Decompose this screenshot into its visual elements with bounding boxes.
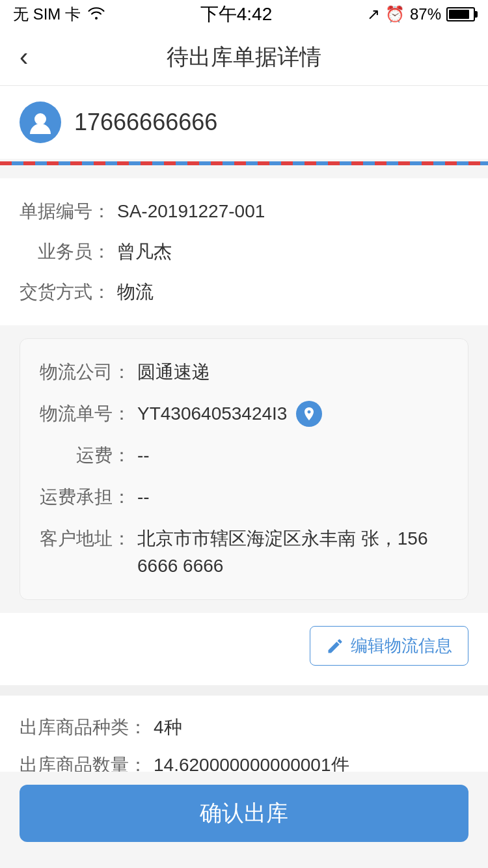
- tracking-row: 物流单号： YT43064053424I3: [40, 400, 448, 427]
- page-title: 待出库单据详情: [59, 42, 429, 72]
- salesperson-label: 业务员：: [20, 238, 111, 265]
- location-status-icon: ↗: [367, 5, 380, 23]
- order-no-label: 单据编号：: [20, 198, 111, 225]
- delivery-label: 交货方式：: [20, 278, 111, 306]
- logistics-company-row: 物流公司： 圆通速递: [40, 359, 448, 386]
- delivery-row: 交货方式： 物流: [20, 278, 468, 306]
- status-right: ↗ ⏰ 87%: [367, 5, 475, 23]
- edit-logistics-button[interactable]: 编辑物流信息: [310, 626, 468, 666]
- goods-types-value: 4种: [154, 715, 182, 740]
- status-left: 无 SIM 卡: [13, 4, 105, 25]
- tracking-label: 物流单号：: [40, 400, 131, 427]
- back-button[interactable]: ‹: [20, 42, 59, 72]
- salesperson-value: 曾凡杰: [117, 238, 468, 265]
- freight-label: 运费：: [40, 442, 131, 469]
- edit-icon: [326, 637, 344, 655]
- freight-value: --: [137, 442, 448, 469]
- edit-logistics-row: 编辑物流信息: [0, 613, 488, 685]
- freight-bearer-value: --: [137, 483, 448, 511]
- goods-types-row: 出库商品种类： 4种: [20, 715, 468, 740]
- logistics-card: 物流公司： 圆通速递 物流单号： YT43064053424I3 运费： -- …: [20, 338, 468, 600]
- confirm-btn-container: 确认出库: [0, 772, 488, 868]
- freight-bearer-row: 运费承担： --: [40, 483, 448, 511]
- address-value: 北京市市辖区海淀区永丰南 张，156 6666 6666: [137, 525, 448, 580]
- delivery-value: 物流: [117, 278, 468, 306]
- address-label: 客户地址：: [40, 525, 131, 552]
- tracking-location-icon[interactable]: [296, 401, 322, 427]
- tracking-number: YT43064053424I3: [137, 400, 287, 427]
- section-divider: [0, 685, 488, 696]
- nav-bar: ‹ 待出库单据详情: [0, 29, 488, 86]
- freight-row: 运费： --: [40, 442, 448, 469]
- status-bar: 无 SIM 卡 下午4:42 ↗ ⏰ 87%: [0, 0, 488, 29]
- carrier-label: 无 SIM 卡: [13, 4, 81, 25]
- wifi-icon: [87, 5, 105, 23]
- dashed-divider: [0, 161, 488, 165]
- alarm-icon: ⏰: [385, 5, 405, 23]
- battery-icon: [446, 7, 475, 21]
- avatar: [20, 102, 61, 143]
- order-info-section: 单据编号： SA-20191227-001 业务员： 曾凡杰 交货方式： 物流: [0, 178, 488, 325]
- battery-label: 87%: [410, 5, 441, 23]
- address-row: 客户地址： 北京市市辖区海淀区永丰南 张，156 6666 6666: [40, 525, 448, 580]
- goods-types-label: 出库商品种类：: [20, 715, 147, 740]
- customer-header: 17666666666: [0, 86, 488, 159]
- customer-phone: 17666666666: [74, 109, 217, 136]
- freight-bearer-label: 运费承担：: [40, 483, 131, 511]
- order-no-value: SA-20191227-001: [117, 198, 468, 225]
- order-no-row: 单据编号： SA-20191227-001: [20, 198, 468, 225]
- logistics-company-value: 圆通速递: [137, 359, 448, 386]
- salesperson-row: 业务员： 曾凡杰: [20, 238, 468, 265]
- confirm-outbound-button[interactable]: 确认出库: [20, 785, 468, 842]
- status-time: 下午4:42: [200, 2, 273, 27]
- user-icon: [27, 109, 53, 135]
- confirm-btn-label: 确认出库: [200, 798, 288, 828]
- tracking-value-container: YT43064053424I3: [137, 400, 448, 427]
- svg-point-0: [34, 113, 46, 125]
- edit-logistics-label: 编辑物流信息: [351, 634, 452, 657]
- logistics-company-label: 物流公司：: [40, 359, 131, 386]
